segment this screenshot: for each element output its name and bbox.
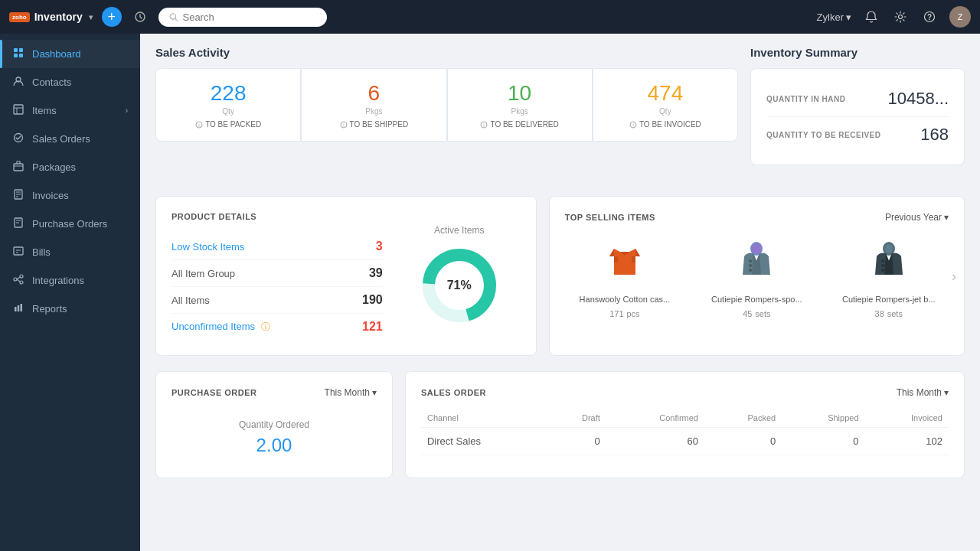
sidebar-item-reports[interactable]: Reports <box>0 295 140 323</box>
so-cell-shipped: 0 <box>782 428 864 455</box>
svg-point-47 <box>753 244 760 253</box>
contacts-icon <box>12 76 24 89</box>
svg-rect-7 <box>19 48 23 52</box>
avatar[interactable]: Z <box>949 6 971 28</box>
sidebar-item-invoices[interactable]: Invoices <box>0 181 140 210</box>
ts-item-1[interactable]: Hanswooly Cotton cas... 171 pcs <box>565 233 684 319</box>
sidebar-item-label: Items <box>32 105 57 116</box>
topbar: zoho Inventory ▾ + Zylker ▾ ? Z <box>0 0 980 34</box>
search-bar[interactable] <box>158 8 327 27</box>
inventory-summary-card: QUANTITY IN HAND 10458... QUANTITY TO BE… <box>750 68 965 165</box>
sidebar-item-packages[interactable]: Packages <box>0 153 140 181</box>
product-details-left: PRODUCT DETAILS Low Stock Items 3 All It… <box>172 212 383 340</box>
mid-section: PRODUCT DETAILS Low Stock Items 3 All It… <box>155 196 965 356</box>
pd-row-item-group: All Item Group 39 <box>172 260 383 287</box>
sales-order-filter[interactable]: This Month ▾ <box>897 387 949 398</box>
delivered-number: 10 <box>463 81 577 106</box>
user-dropdown-icon: ▾ <box>846 11 851 23</box>
invoiced-label: i TO BE INVOICED <box>609 120 722 129</box>
ts-next-arrow[interactable]: › <box>952 269 956 285</box>
svg-text:?: ? <box>927 13 932 21</box>
bottom-section: PURCHASE ORDER This Month ▾ Quantity Ord… <box>155 371 965 478</box>
pd-label-low-stock[interactable]: Low Stock Items <box>172 241 244 253</box>
purchase-order-content: Quantity Ordered 2.00 <box>172 413 377 456</box>
top-section: Sales Activity 228 Qty i TO BE PACKED 6 … <box>155 46 965 181</box>
user-menu[interactable]: Zylker ▾ <box>817 11 851 23</box>
svg-line-30 <box>17 279 20 282</box>
sidebar-item-label: Integrations <box>32 275 84 286</box>
unconfirmed-info-icon: ⓘ <box>261 321 270 332</box>
sidebar-item-sales-orders[interactable]: Sales Orders <box>0 125 140 153</box>
sa-card-packed: 228 Qty i TO BE PACKED <box>155 68 301 142</box>
packed-unit: Qty <box>172 107 285 116</box>
sa-card-invoiced: 474 Qty i TO BE INVOICED <box>593 68 738 142</box>
brand[interactable]: zoho Inventory ▾ <box>9 11 93 23</box>
help-icon[interactable]: ? <box>920 8 939 26</box>
inv-key-hand: QUANTITY IN HAND <box>766 95 845 103</box>
pd-val-unconfirmed: 121 <box>362 320 383 334</box>
items-arrow-icon: › <box>126 106 128 115</box>
sidebar-item-integrations[interactable]: Integrations <box>0 266 140 295</box>
svg-text:i: i <box>632 122 634 128</box>
ts-item-3[interactable]: Cutiepie Rompers-jet b... 38 sets <box>829 233 949 319</box>
search-input[interactable] <box>182 11 315 23</box>
notifications-icon[interactable] <box>862 8 880 26</box>
purchase-order-title: PURCHASE ORDER <box>172 388 257 397</box>
sidebar-item-purchase-orders[interactable]: Purchase Orders <box>0 210 140 238</box>
sidebar-item-label: Packages <box>32 161 76 173</box>
ts-item-2[interactable]: Cutiepie Rompers-spo... 45 sets <box>697 233 816 319</box>
inv-row-hand: QUANTITY IN HAND 10458... <box>766 81 949 117</box>
delivered-unit: Pkgs <box>463 107 577 116</box>
sidebar-item-dashboard[interactable]: Dashboard <box>0 40 140 68</box>
pd-row-all-items: All Items 190 <box>172 287 383 314</box>
sidebar-item-bills[interactable]: Bills <box>0 238 140 266</box>
settings-icon[interactable] <box>891 8 910 26</box>
svg-point-14 <box>15 134 23 142</box>
brand-dropdown-icon[interactable]: ▾ <box>89 13 93 21</box>
sidebar-item-contacts[interactable]: Contacts <box>0 68 140 96</box>
ts-img-2 <box>729 233 784 289</box>
sidebar-item-label: Sales Orders <box>32 133 90 145</box>
svg-rect-15 <box>14 164 23 171</box>
pd-row-low-stock: Low Stock Items 3 <box>172 233 383 260</box>
delivered-label: i TO BE DELIVERED <box>463 120 577 129</box>
dashboard-icon <box>12 47 24 60</box>
so-col-shipped: Shipped <box>782 409 864 428</box>
sidebar-item-items[interactable]: Items › <box>0 96 140 125</box>
pd-val-all-items: 190 <box>362 293 383 307</box>
product-details-card: PRODUCT DETAILS Low Stock Items 3 All It… <box>155 196 537 356</box>
svg-rect-32 <box>18 305 20 311</box>
reports-icon <box>12 302 24 315</box>
sidebar-item-label: Purchase Orders <box>32 218 107 230</box>
history-icon[interactable] <box>131 8 149 26</box>
inv-val-received: 168 <box>920 125 949 145</box>
svg-point-3 <box>899 15 903 19</box>
shipped-unit: Pkgs <box>317 107 430 116</box>
inventory-summary-section: Inventory Summary QUANTITY IN HAND 10458… <box>750 46 965 181</box>
ts-name-3: Cutiepie Rompers-jet b... <box>829 295 949 304</box>
svg-text:i: i <box>343 122 345 128</box>
packed-number: 228 <box>172 81 285 106</box>
sa-card-delivered: 10 Pkgs i TO BE DELIVERED <box>447 68 593 142</box>
active-items-label: Active Items <box>434 225 484 236</box>
layout: Dashboard Contacts Items › Sales Orders <box>0 34 980 551</box>
product-details-right: Active Items 71% <box>398 212 521 340</box>
shipped-number: 6 <box>317 81 430 106</box>
svg-point-50 <box>749 269 752 272</box>
svg-point-55 <box>881 269 884 272</box>
user-name-label: Zylker <box>817 11 844 23</box>
top-selling-filter[interactable]: Previous Year ▾ <box>885 212 949 223</box>
purchase-order-filter[interactable]: This Month ▾ <box>325 387 377 398</box>
add-button[interactable]: + <box>102 7 122 27</box>
bills-icon <box>12 246 24 259</box>
pd-label-unconfirmed[interactable]: Unconfirmed Items ⓘ <box>172 321 270 334</box>
product-details-title: PRODUCT DETAILS <box>172 212 383 221</box>
sidebar-item-label: Invoices <box>32 190 69 201</box>
svg-rect-44 <box>614 256 618 262</box>
ts-name-2: Cutiepie Rompers-spo... <box>697 295 816 304</box>
svg-rect-9 <box>19 54 23 57</box>
filter-dropdown-icon: ▾ <box>944 212 949 223</box>
svg-point-28 <box>20 281 23 284</box>
svg-rect-8 <box>14 54 18 57</box>
inv-val-hand: 10458... <box>887 89 949 109</box>
